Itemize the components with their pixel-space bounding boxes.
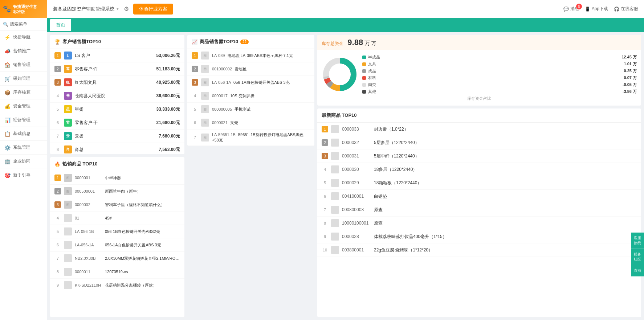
latest-product-name: 18多层（1220*2440） xyxy=(374,167,637,173)
rank-number: 2 xyxy=(192,66,198,72)
latest-product-code: 0000030 xyxy=(342,167,371,172)
app-download-button[interactable]: 📱 App下载 xyxy=(585,6,608,12)
content-area: 🏆 客户销售额TOP10 1 L LS 客户 53,006.26元 2 零 零售… xyxy=(47,32,644,320)
customer-name: 零售客户·许 xyxy=(75,66,154,72)
rank-number: 5 xyxy=(54,106,61,112)
latest-product-code: 0000028 xyxy=(342,234,371,239)
latest-product-code: 004100001 xyxy=(342,194,371,199)
rank-number: 1 xyxy=(54,175,61,181)
customer-name: 红太阳文具 xyxy=(75,79,154,86)
product-name: 手机测试 xyxy=(235,107,250,111)
hot-product-name: 中华神器 xyxy=(105,175,180,181)
sidebar-item-purchase[interactable]: 🛒 采购管理 xyxy=(0,72,47,86)
latest-product-item: 4 0000030 18多层（1220*2440） xyxy=(317,163,641,176)
hot-product-item: 3 图 0000002 智利车子里（规格不知道填什么） xyxy=(50,198,184,212)
hot-product-item: 5 LA-056-1B 056-1B白色按键开关壳ABS2壳 xyxy=(50,225,184,238)
product-sales-panel: 📈 商品销售额TOP10 22 1 图 LA-089 电池盖 LA-089 AB… xyxy=(187,35,314,146)
product-sales-header: 📈 商品销售额TOP10 22 xyxy=(187,35,314,49)
product-image: 图 xyxy=(201,134,209,141)
marketing-icon: 📣 xyxy=(4,48,10,54)
rank-number: 4 xyxy=(54,215,61,221)
product-rank-item: 6 图 0000021 夹壳 xyxy=(187,116,314,130)
hot-product-item: 1 图 0000001 中华神器 xyxy=(50,171,184,185)
sidebar-nav: ⚡ 快捷导航 📣 营销推广 🏠 销售管理 🛒 采购管理 📦 库存核算 💰 资金管… xyxy=(0,30,47,320)
service-community-button[interactable]: 服务社区 xyxy=(631,249,644,265)
logo-line2: 标准版 xyxy=(13,9,37,14)
sidebar-item-basic[interactable]: 📋 基础信息 xyxy=(0,127,47,141)
rank-number: 10 xyxy=(322,247,328,253)
sidebar-item-finance[interactable]: 💰 资金管理 xyxy=(0,99,47,113)
product-name: 电池盖 LA-089 ABS本色＋黑种 7.1克 xyxy=(228,53,293,58)
sidebar-item-inventory[interactable]: 📦 库存核算 xyxy=(0,86,47,99)
sidebar-item-sales[interactable]: 🏠 销售管理 xyxy=(0,58,47,72)
hot-product-code: 0000002 xyxy=(75,202,102,207)
latest-product-item: 8 10000100001 原查 xyxy=(317,217,641,230)
legend-dot-semicolored xyxy=(362,56,366,59)
legend-item-3: 材料 0.07 万 xyxy=(362,75,637,81)
product-code: LA-59651-1B xyxy=(212,132,236,137)
latest-product-name: 18颗粒板（1220*2440） xyxy=(374,180,637,186)
rank-number: 5 xyxy=(54,228,61,235)
system-title-dropdown[interactable]: 装备及固定资产辅助管理系统 ▼ xyxy=(53,6,119,12)
latest-product-image xyxy=(331,125,339,133)
hot-products-list: 1 图 0000001 中华神器 2 图 000500001 新西兰牛肉（新牛）… xyxy=(50,171,184,292)
customer-avatar: 零 xyxy=(64,65,72,73)
rank-number: 6 xyxy=(322,193,328,200)
gear-icon[interactable]: ⚙ xyxy=(124,5,129,12)
legend-dot-material xyxy=(362,76,366,80)
guide-icon: 🎯 xyxy=(4,172,10,178)
customer-avatar: 零 xyxy=(64,119,72,127)
latest-product-item: 6 004100001 白钢垫 xyxy=(317,190,641,203)
online-service-button[interactable]: 🎧 在线客服 xyxy=(614,6,638,12)
sidebar-item-enterprise[interactable]: 🏢 企业协同 xyxy=(0,155,47,168)
sidebar-item-guide-label: 新手引导 xyxy=(13,172,30,178)
live-broadcast-button[interactable]: 直播 xyxy=(631,265,644,276)
purchase-icon: 🛒 xyxy=(4,76,10,82)
product-name: 夹壳 xyxy=(230,120,238,125)
sidebar-item-quicknav[interactable]: ⚡ 快捷导航 xyxy=(0,30,47,44)
hot-product-code: 000500001 xyxy=(75,189,102,193)
main-content: 🏆 客户销售额TOP10 1 L LS 客户 53,006.26元 2 零 零售… xyxy=(47,32,644,320)
service-hotline-button[interactable]: 客服热线 xyxy=(631,233,644,249)
inventory-chart-area: 半成品 12.45 万 文具 1.01 万 xyxy=(322,54,637,94)
rank-number: 4 xyxy=(192,93,198,99)
search-menu[interactable]: 🔍 搜索菜单 xyxy=(0,18,47,30)
hot-product-image xyxy=(64,214,72,222)
sidebar-item-enterprise-label: 企业协同 xyxy=(13,158,30,164)
trial-button[interactable]: 体验行业方案 xyxy=(133,4,173,15)
sidebar-item-guide[interactable]: 🎯 新手引导 xyxy=(0,168,47,182)
customer-amount: 33,333.00元 xyxy=(156,106,180,112)
tab-home[interactable]: 首页 xyxy=(50,19,71,31)
inventory-label: 库存资金占比 xyxy=(322,96,637,101)
dropdown-arrow-icon: ▼ xyxy=(116,7,119,11)
float-buttons: 客服热线 服务社区 直播 xyxy=(631,233,644,276)
hot-product-image xyxy=(64,227,72,235)
sidebar-item-system-label: 系统管理 xyxy=(13,144,30,151)
rank-number: 7 xyxy=(322,206,328,213)
hot-product-item: 6 LA-056-1A 056-1A白色按键开关盖ABS 3壳 xyxy=(50,238,184,252)
message-button[interactable]: 💬 消息 6 xyxy=(563,6,579,12)
customer-rank-item: 6 零 零售客户·于 21,680.00元 xyxy=(50,116,184,130)
customer-ranking-title: 客户销售额TOP10 xyxy=(62,38,101,45)
product-code: 0000021 xyxy=(212,120,228,125)
rank-number: 8 xyxy=(54,268,61,275)
hot-product-image xyxy=(64,254,72,262)
rank-number: 2 xyxy=(54,188,61,194)
latest-product-image xyxy=(331,219,339,227)
inventory-value: 9.88 xyxy=(347,38,363,47)
rank-number: 7 xyxy=(54,133,61,139)
sidebar-item-marketing[interactable]: 📣 营销推广 xyxy=(0,44,47,58)
product-rank-item: 5 图 000800005 手机测试 xyxy=(187,103,314,116)
inventory-header-bar: 库存总资金 9.88 万 万 xyxy=(317,35,641,50)
customer-rank-item: 3 红 红太阳文具 40,925.00元 xyxy=(50,76,184,89)
sidebar-item-system[interactable]: ⚙️ 系统管理 xyxy=(0,141,47,155)
customer-amount: 40,925.00元 xyxy=(156,79,180,86)
sidebar-item-operation[interactable]: 📊 经营管理 xyxy=(0,113,47,127)
customer-amount: 36,600.00元 xyxy=(156,93,180,99)
customer-name: 星扬 xyxy=(75,106,154,112)
hot-product-code: 01 xyxy=(75,216,102,220)
sidebar-item-quicknav-label: 快捷导航 xyxy=(13,34,30,40)
hot-product-name: 2.0X30MM双搓花轴搓花直径2.1MM/ROHS xyxy=(105,256,180,261)
sidebar-item-marketing-label: 营销推广 xyxy=(13,48,30,54)
latest-product-item: 9 0000028 体裁荔枝味苏打饮品400毫升（1*15） xyxy=(317,230,641,243)
